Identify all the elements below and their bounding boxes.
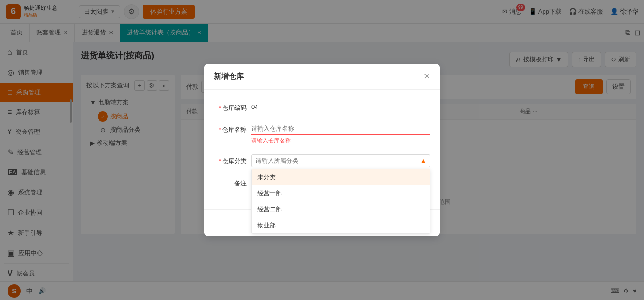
name-error-message: 请输入仓库名称 — [251, 137, 430, 145]
modal-body: 仓库编码 仓库名称 请输入仓库名称 仓库分类 ▲ 未分类 经营一部 — [204, 90, 440, 209]
category-label: 仓库分类 — [214, 154, 251, 166]
modal-header: 新增仓库 ✕ — [204, 64, 440, 90]
chevron-up-icon[interactable]: ▲ — [420, 157, 427, 165]
dropdown-item-ops1[interactable]: 经营一部 — [252, 185, 430, 201]
new-warehouse-modal: 新增仓库 ✕ 仓库编码 仓库名称 请输入仓库名称 仓库分类 ▲ — [204, 64, 440, 236]
warehouse-category-input[interactable] — [251, 154, 430, 167]
form-row-category: 仓库分类 ▲ 未分类 经营一部 经营二部 物业部 — [214, 154, 430, 167]
form-row-code: 仓库编码 — [214, 101, 430, 113]
dropdown-item-property[interactable]: 物业部 — [252, 217, 430, 233]
name-label: 仓库名称 — [214, 123, 251, 134]
dropdown-item-uncategorized[interactable]: 未分类 — [252, 169, 430, 185]
modal-title: 新增仓库 — [214, 72, 244, 82]
remark-label: 备注 — [214, 176, 251, 188]
dropdown-item-ops2[interactable]: 经营二部 — [252, 201, 430, 217]
form-row-name: 仓库名称 请输入仓库名称 — [214, 123, 430, 145]
code-label: 仓库编码 — [214, 101, 251, 112]
category-dropdown: 未分类 经营一部 经营二部 物业部 — [251, 169, 430, 234]
warehouse-name-input[interactable] — [251, 123, 430, 135]
modal-close-button[interactable]: ✕ — [423, 71, 430, 82]
warehouse-code-input[interactable] — [251, 101, 430, 113]
